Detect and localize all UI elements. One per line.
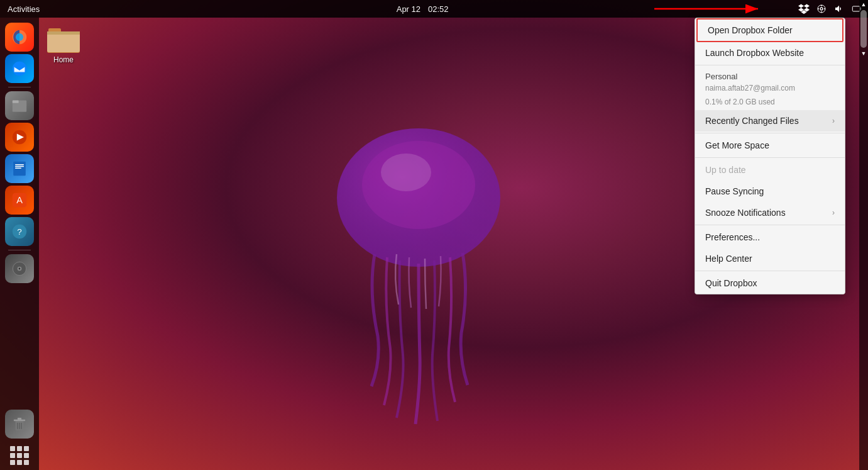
- menu-help-center[interactable]: Help Center: [695, 248, 845, 269]
- svg-rect-15: [15, 168, 21, 169]
- dock-firefox[interactable]: [5, 23, 34, 52]
- dock-trash[interactable]: [5, 410, 34, 439]
- scroll-down[interactable]: ▼: [859, 49, 868, 58]
- dock-optical[interactable]: [5, 254, 34, 283]
- menu-personal-label: Personal: [695, 67, 845, 82]
- grid-dot: [17, 460, 22, 465]
- menu-launch-dropbox-website[interactable]: Launch Dropbox Website: [695, 42, 845, 64]
- menu-sep-4: [695, 225, 845, 225]
- topbar-time: 02:52: [428, 4, 449, 14]
- svg-rect-34: [47, 31, 80, 35]
- svg-point-38: [381, 154, 431, 191]
- svg-rect-13: [15, 164, 24, 165]
- svg-rect-26: [18, 418, 21, 420]
- menu-sep-3: [695, 157, 845, 158]
- dock-separator-2: [8, 250, 31, 250]
- network-icon[interactable]: [815, 3, 828, 15]
- dock-help[interactable]: ?: [5, 217, 34, 246]
- recently-changed-chevron: ›: [832, 116, 835, 125]
- snooze-chevron: ›: [832, 208, 835, 217]
- grid-dot: [10, 446, 15, 451]
- menu-sep-2: [695, 133, 845, 133]
- svg-rect-33: [47, 32, 80, 52]
- svg-point-35: [337, 128, 500, 267]
- menu-storage: 0.1% of 2.0 GB used: [695, 96, 845, 110]
- grid-dot: [10, 460, 15, 465]
- dock-appstore[interactable]: A: [5, 186, 34, 215]
- dock-files[interactable]: [5, 91, 34, 120]
- menu-up-to-date: Up to date: [695, 159, 845, 181]
- grid-dot: [10, 453, 15, 458]
- home-folder-label: Home: [53, 55, 74, 64]
- svg-point-37: [362, 141, 475, 229]
- dock-writer[interactable]: [5, 154, 34, 183]
- menu-email: naima.aftab27@gmail.com: [695, 82, 845, 96]
- jellyfish-wallpaper: [94, 50, 742, 470]
- grid-dot: [17, 446, 22, 451]
- svg-rect-9: [13, 101, 19, 103]
- menu-recently-changed-files[interactable]: Recently Changed Files ›: [695, 110, 845, 131]
- dock-thunderbird[interactable]: [5, 54, 34, 83]
- scrollbar[interactable]: ▲ ▼: [859, 0, 868, 470]
- application-dock: A ?: [0, 18, 39, 470]
- menu-sep-5: [695, 271, 845, 271]
- grid-dot: [17, 453, 22, 458]
- svg-point-6: [16, 33, 23, 41]
- dropbox-context-menu: Open Dropbox Folder Launch Dropbox Websi…: [695, 18, 845, 294]
- volume-icon[interactable]: [833, 3, 845, 15]
- svg-text:?: ?: [17, 227, 21, 237]
- dock-separator-1: [8, 87, 31, 87]
- menu-open-dropbox-folder[interactable]: Open Dropbox Folder: [696, 18, 843, 42]
- svg-rect-14: [15, 166, 24, 167]
- scroll-thumb[interactable]: [860, 10, 867, 48]
- menu-preferences[interactable]: Preferences...: [695, 227, 845, 248]
- dock-rhythmbox[interactable]: [5, 123, 34, 152]
- activities-button[interactable]: Activities: [0, 0, 47, 18]
- svg-point-36: [337, 128, 500, 267]
- dropbox-tray-icon[interactable]: [798, 3, 810, 15]
- svg-point-0: [820, 8, 823, 10]
- svg-text:A: A: [16, 195, 23, 205]
- recently-changed-label: Recently Changed Files: [705, 116, 799, 126]
- menu-quit-dropbox[interactable]: Quit Dropbox: [695, 272, 845, 294]
- svg-point-22: [19, 268, 21, 270]
- menu-pause-syncing[interactable]: Pause Syncing: [695, 181, 845, 202]
- menu-snooze-notifications[interactable]: Snooze Notifications ›: [695, 202, 845, 223]
- grid-dot: [24, 446, 29, 451]
- grid-dot: [24, 453, 29, 458]
- home-folder-icon: [47, 25, 80, 53]
- desktop-home-icon[interactable]: Home: [47, 25, 80, 64]
- menu-sep-1: [695, 65, 845, 65]
- menu-get-more-space[interactable]: Get More Space: [695, 135, 845, 156]
- topbar-date: Apr 12: [397, 4, 420, 14]
- scroll-up[interactable]: ▲: [859, 0, 868, 9]
- snooze-label: Snooze Notifications: [705, 208, 786, 218]
- grid-dot: [24, 460, 29, 465]
- dock-app-grid-button[interactable]: [5, 441, 34, 470]
